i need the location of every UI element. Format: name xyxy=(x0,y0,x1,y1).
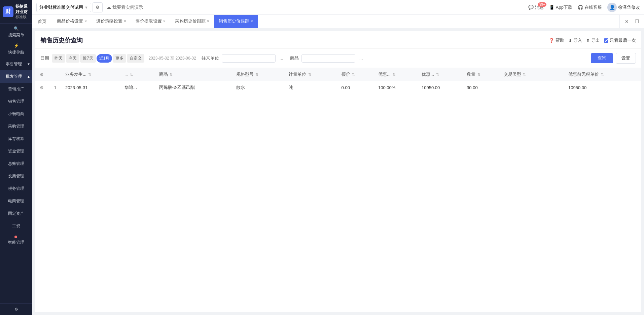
sidebar-item-inventory[interactable]: 库存核算 xyxy=(0,133,32,145)
row-spec: 散水 xyxy=(233,81,285,94)
sort-icon-spec: ⇅ xyxy=(255,72,258,76)
row-gear[interactable]: ⚙ xyxy=(35,81,48,94)
date-shortcut-today[interactable]: 今天 xyxy=(66,54,79,63)
export-label: 导出 xyxy=(591,37,600,43)
col-discount1[interactable]: 优惠... ⇅ xyxy=(375,68,418,81)
msg-icon: 💬 xyxy=(528,5,534,10)
tab-sales-history[interactable]: 销售历史价跟踪 × xyxy=(214,15,258,28)
topbar-settings-btn[interactable]: ⚙ xyxy=(93,2,103,12)
product-input[interactable] xyxy=(301,54,355,63)
col-gear-icon[interactable]: ⚙ xyxy=(40,72,44,77)
date-shortcut-custom[interactable]: 自定义 xyxy=(127,54,144,63)
msg-btn[interactable]: 💬 消息 99+ xyxy=(528,4,544,10)
help-label: 帮助 xyxy=(556,37,564,43)
phone-icon: 📱 xyxy=(549,5,554,10)
import-label: 导入 xyxy=(573,37,582,43)
col-product[interactable]: 商品 ⇅ xyxy=(156,68,233,81)
col-trade-type[interactable]: 交易类型 ⇅ xyxy=(500,68,553,81)
row-company: 华追... xyxy=(121,81,156,94)
import-btn[interactable]: ⬇ 导入 xyxy=(568,37,582,43)
tab-sales-history-close[interactable]: × xyxy=(251,19,253,24)
online-service-btn[interactable]: 🎧 在线客服 xyxy=(578,4,602,10)
row-price: 0.00 xyxy=(338,81,375,94)
date-shortcut-last7[interactable]: 近7天 xyxy=(80,54,96,63)
col-discount2[interactable]: 优惠... ⇅ xyxy=(418,68,463,81)
col-spec[interactable]: 规格型号 ⇅ xyxy=(233,68,285,81)
sidebar-item-tax[interactable]: 税务管理 xyxy=(0,182,32,195)
row-biz-date: 2023-05-31 xyxy=(62,81,121,94)
sidebar-item-marketing[interactable]: 营销推广 xyxy=(0,83,32,95)
app-download-btn[interactable]: 📱 App下载 xyxy=(549,4,572,10)
last-once-checkbox[interactable] xyxy=(604,38,608,43)
sidebar-search[interactable]: 🔍 搜索菜单 xyxy=(0,24,32,41)
sort-icon-discount2: ⇅ xyxy=(436,72,439,76)
user-name: 徐泽华修改 xyxy=(618,4,640,10)
sidebar-item-invoice[interactable]: 发票管理 xyxy=(0,170,32,182)
sidebar-item-salary[interactable]: 工资 xyxy=(0,220,32,232)
tab-price-strategy-close[interactable]: × xyxy=(124,19,126,24)
sidebar-item-ledger[interactable]: 总账管理 xyxy=(0,158,32,170)
sidebar-item-smart[interactable]: 智能管理 xyxy=(0,232,32,249)
demo-btn[interactable]: ☁ 我要看实例演示 xyxy=(107,4,143,10)
sidebar-item-sales-label: 销售管理 xyxy=(8,99,24,104)
tab-product-price[interactable]: 商品价格设置 × xyxy=(52,15,92,28)
product-filter: 商品 ... xyxy=(290,54,364,63)
tab-close-btn[interactable]: ✕ xyxy=(622,17,631,26)
close-icon: ✕ xyxy=(625,19,629,24)
date-range-text: 2023-05-02 至 2023-06-02 xyxy=(148,56,196,61)
sidebar-quick-nav[interactable]: ⚡ 快捷导航 xyxy=(0,41,32,58)
headset-icon: 🎧 xyxy=(578,5,583,10)
date-shortcut-more[interactable]: 更多 xyxy=(113,54,126,63)
tab-price-extract[interactable]: 售价提取设置 × xyxy=(131,15,170,28)
tab-price-strategy[interactable]: 进价策略设置 × xyxy=(92,15,131,28)
query-btn[interactable]: 查询 xyxy=(591,53,613,63)
version-select[interactable]: 好业财标准版交付试用 ▼ xyxy=(36,3,91,12)
last-once-label: 只看最后一次 xyxy=(610,37,636,43)
sort-icon-qty: ⇅ xyxy=(477,72,480,76)
tab-product-price-close[interactable]: × xyxy=(84,19,87,24)
col-biz-date[interactable]: 业务发生... ⇅ xyxy=(62,68,121,81)
user-profile-btn[interactable]: 👤 徐泽华修改 xyxy=(607,3,640,12)
sidebar-item-ecommerce-small[interactable]: 小畅电商 xyxy=(0,108,32,120)
sidebar-item-ecommerce-small-label: 小畅电商 xyxy=(8,111,24,117)
col-price[interactable]: 报价 ⇅ xyxy=(338,68,375,81)
sidebar-item-ecommerce[interactable]: 电商管理 xyxy=(0,195,32,207)
sidebar-item-wholesale[interactable]: 批发管理 ▲ xyxy=(0,70,32,83)
sidebar-item-purchase[interactable]: 采购管理 xyxy=(0,120,32,133)
row-trade-type xyxy=(500,81,553,94)
msg-badge: 99+ xyxy=(538,2,546,7)
col-unit[interactable]: 计量单位 ⇅ xyxy=(285,68,338,81)
chevron-up-icon: ▲ xyxy=(27,75,30,78)
source-unit-more-btn[interactable]: ... xyxy=(278,55,285,62)
sidebar-item-fixed-assets[interactable]: 固定资产 xyxy=(0,207,32,220)
col-spacer xyxy=(553,68,565,81)
tab-home[interactable]: 首页 xyxy=(32,15,52,28)
nav-icon: ⚡ xyxy=(14,43,19,48)
app-download-label: App下载 xyxy=(556,4,572,10)
col-more[interactable]: ... ⇅ xyxy=(121,68,156,81)
table-row: ⚙ 1 2023-05-31 华追... 丙烯酸-2-乙基己酯 散水 吨 0.0… xyxy=(35,81,641,94)
source-unit-input[interactable] xyxy=(222,54,276,63)
sidebar-item-purchase-label: 采购管理 xyxy=(8,124,24,129)
sidebar-item-retail[interactable]: 零售管理 ▼ xyxy=(0,58,32,70)
col-gear: ⚙ xyxy=(35,68,48,81)
tab-purchase-history[interactable]: 采购历史价跟踪 × xyxy=(170,15,214,28)
date-shortcut-yesterday[interactable]: 昨天 xyxy=(52,54,65,63)
col-qty[interactable]: 数量 ⇅ xyxy=(463,68,500,81)
tab-purchase-history-close[interactable]: × xyxy=(207,19,209,24)
product-more-btn[interactable]: ... xyxy=(358,55,364,62)
tab-restore-btn[interactable]: ❐ xyxy=(633,17,641,26)
sidebar-item-finance[interactable]: 资金管理 xyxy=(0,145,32,158)
sidebar-logo: 财 畅捷通好业财 标准版 xyxy=(0,0,32,24)
sidebar-item-sales[interactable]: 销售管理 xyxy=(0,95,32,108)
help-btn[interactable]: ❓ 帮助 xyxy=(549,37,564,43)
row-gear-icon[interactable]: ⚙ xyxy=(40,85,44,90)
col-pretax-price[interactable]: 优惠前无税单价 ⇅ xyxy=(565,68,641,81)
tab-price-extract-close[interactable]: × xyxy=(163,19,166,24)
main-area: 好业财标准版交付试用 ▼ ⚙ ☁ 我要看实例演示 💬 消息 99+ 📱 App下… xyxy=(32,0,644,315)
sidebar-settings-btn[interactable]: ⚙ xyxy=(0,303,32,315)
export-btn[interactable]: ⬆ 导出 xyxy=(586,37,600,43)
sidebar: 财 畅捷通好业财 标准版 🔍 搜索菜单 ⚡ 快捷导航 零售管理 ▼ 批发管理 ▲… xyxy=(0,0,32,315)
settings-btn[interactable]: 设置 xyxy=(616,53,636,64)
date-shortcut-last1m[interactable]: 近1月 xyxy=(97,54,112,63)
